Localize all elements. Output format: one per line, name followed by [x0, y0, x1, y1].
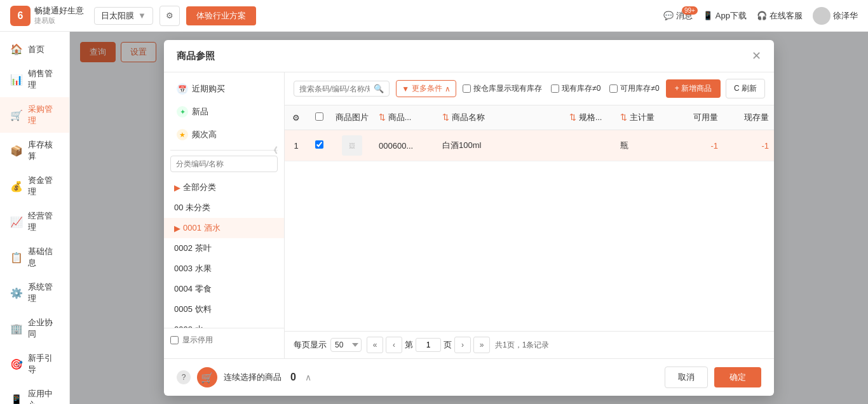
experience-button[interactable]: 体验行业方案 [186, 6, 256, 25]
col-header-unit[interactable]: ⇅ 主计量 [615, 105, 666, 130]
category-search-input[interactable] [170, 156, 278, 172]
sidebar-item-operation[interactable]: 📈 经营管理 [0, 204, 69, 239]
table-row[interactable]: 1 🖼 000600... 白酒100ml 瓶 -1 -1 [285, 130, 774, 161]
user-profile-nav-item[interactable]: 徐泽华 [813, 7, 858, 25]
purchase-icon: 🛒 [10, 109, 23, 121]
help-icon-button[interactable]: ? [177, 370, 191, 384]
guide-icon: 🎯 [10, 358, 23, 370]
settings-gear-button[interactable]: ⚙ [159, 6, 180, 26]
headset-icon: 🎧 [757, 11, 767, 20]
per-page-select[interactable]: 50 100 200 [330, 338, 362, 352]
inventory-icon: 📦 [10, 145, 23, 157]
row-name: 白酒100ml [437, 130, 564, 161]
cart-icon-button[interactable]: 🛒 [197, 367, 217, 387]
table-header-row: ⚙ 商品图片 [285, 105, 774, 130]
col-header-code[interactable]: ⇅ 商品... [374, 105, 437, 130]
col-header-name[interactable]: ⇅ 商品名称 [437, 105, 564, 130]
basic-icon: 📋 [10, 252, 23, 264]
refresh-button[interactable]: C 刷新 [726, 79, 765, 98]
system-icon: ⚙️ [10, 287, 23, 299]
nav-right: 💬 消息 99+ 📱 App下载 🎧 在线客服 徐泽华 [663, 7, 858, 25]
modal-left-footer: 显示停用 [164, 328, 284, 352]
sidebar-item-home[interactable]: 🏠 首页 [0, 37, 69, 62]
confirm-button[interactable]: 确定 [714, 367, 761, 387]
sort-icon-unit: ⇅ [620, 112, 627, 122]
select-all-checkbox[interactable] [315, 112, 323, 121]
online-service-nav-item[interactable]: 🎧 在线客服 [757, 10, 803, 22]
product-search-input[interactable] [299, 84, 370, 93]
left-nav-new[interactable]: ✦ 新品 [170, 102, 278, 122]
sidebar-item-system[interactable]: ⚙️ 系统管理 [0, 275, 69, 311]
category-item-0005[interactable]: 0005 饮料 [164, 299, 284, 320]
left-nav-freq[interactable]: ★ 频次高 [170, 125, 278, 145]
col-header-checkbox[interactable] [308, 105, 330, 130]
frequency-icon: ★ [177, 129, 188, 140]
page-number-input[interactable] [416, 338, 441, 352]
cancel-button[interactable]: 取消 [665, 367, 708, 388]
message-nav-item[interactable]: 💬 消息 99+ [663, 10, 693, 22]
company-selector[interactable]: 日太阳膜 ▼ [94, 7, 153, 25]
filter-checkboxes: 按仓库显示现有库存 现有库存≠0 可用库存≠0 [463, 83, 660, 94]
selector-arrow-icon: ▼ [138, 11, 146, 20]
cart-count-badge: 0 [290, 372, 296, 383]
sort-icon-spec: ⇅ [569, 112, 576, 122]
col-header-image: 商品图片 [330, 105, 374, 130]
more-filter-button[interactable]: ▼ 更多条件 ∧ [396, 80, 456, 97]
first-page-button[interactable]: « [367, 337, 383, 353]
col-header-settings[interactable]: ⚙ [285, 105, 308, 130]
product-table-container: ⚙ 商品图片 [285, 105, 774, 331]
modal-left-panel: 📅 近期购买 ✦ 新品 ★ 频次高 [164, 72, 285, 358]
category-item-0001[interactable]: ▶ 0001 酒水 [164, 218, 284, 238]
apps-icon: 📱 [10, 394, 23, 405]
display-disabled-input[interactable] [170, 336, 179, 344]
enterprise-icon: 🏢 [10, 323, 23, 335]
modal-close-button[interactable]: ✕ [752, 49, 761, 63]
search-icon[interactable]: 🔍 [374, 84, 384, 93]
category-item-00[interactable]: 00 未分类 [164, 198, 284, 218]
warehouse-display-checkbox[interactable]: 按仓库显示现有库存 [463, 83, 542, 94]
stock-ne0-checkbox[interactable]: 现有库存≠0 [551, 83, 600, 94]
sidebar-item-purchase[interactable]: 🛒 采购管理 [0, 97, 69, 133]
page-input-area [416, 338, 441, 352]
prev-page-button[interactable]: ‹ [386, 337, 402, 353]
add-product-button[interactable]: + 新增商品 [666, 79, 721, 98]
sidebar-item-basic[interactable]: 📋 基础信息 [0, 239, 69, 275]
sales-icon: 📊 [10, 74, 23, 86]
product-search-box: 🔍 [294, 81, 390, 97]
left-sidebar: 🏠 首页 📊 销售管理 🛒 采购管理 📦 库存核算 💰 资金管理 📈 经营管理 … [0, 32, 70, 404]
logo-text: 畅捷通好生意 [34, 6, 84, 17]
settings-icon: ⚙ [292, 113, 300, 123]
sidebar-item-guide[interactable]: 🎯 新手引导 [0, 346, 69, 382]
row-unit: 瓶 [615, 130, 666, 161]
row-checkbox[interactable] [308, 130, 330, 161]
collapse-panel-button[interactable]: 《 [269, 145, 278, 156]
row-spec [564, 130, 615, 161]
collapse-footer-button[interactable]: ∧ [305, 372, 311, 382]
sidebar-item-apps[interactable]: 📱 应用中心 [0, 382, 69, 404]
content-area: 查询 设置 商品参照 ✕ 📅 [70, 32, 868, 404]
col-header-spec[interactable]: ⇅ 规格... [564, 105, 615, 130]
app-download-nav-item[interactable]: 📱 App下载 [703, 10, 747, 22]
last-page-button[interactable]: » [473, 337, 490, 353]
category-all-arrow-icon: ▶ [174, 183, 180, 192]
display-disabled-checkbox[interactable]: 显示停用 [170, 335, 278, 346]
category-item-0004[interactable]: 0004 零食 [164, 279, 284, 299]
avatar [813, 7, 831, 25]
sidebar-item-inventory[interactable]: 📦 库存核算 [0, 133, 69, 168]
category-item-all[interactable]: ▶ 全部分类 [164, 177, 284, 198]
next-page-button[interactable]: › [454, 337, 471, 353]
sidebar-item-finance[interactable]: 💰 资金管理 [0, 168, 69, 204]
available-ne0-checkbox[interactable]: 可用库存≠0 [609, 83, 659, 94]
category-item-0003[interactable]: 0003 水果 [164, 259, 284, 279]
sidebar-item-enterprise[interactable]: 🏢 企业协同 [0, 311, 69, 346]
product-table: ⚙ 商品图片 [285, 105, 774, 161]
modal-right-panel: 🔍 ▼ 更多条件 ∧ 按仓库显示现有库存 [285, 72, 774, 358]
recent-icon: 📅 [177, 83, 188, 95]
finance-icon: 💰 [10, 180, 23, 192]
message-icon: 💬 [663, 11, 674, 20]
filter-icon: ▼ [402, 84, 409, 93]
sidebar-item-sales[interactable]: 📊 销售管理 [0, 62, 69, 97]
category-item-0002[interactable]: 0002 茶叶 [164, 238, 284, 259]
category-item-0008[interactable]: 0008 水 [164, 320, 284, 328]
left-nav-recent[interactable]: 📅 近期购买 [170, 79, 278, 99]
